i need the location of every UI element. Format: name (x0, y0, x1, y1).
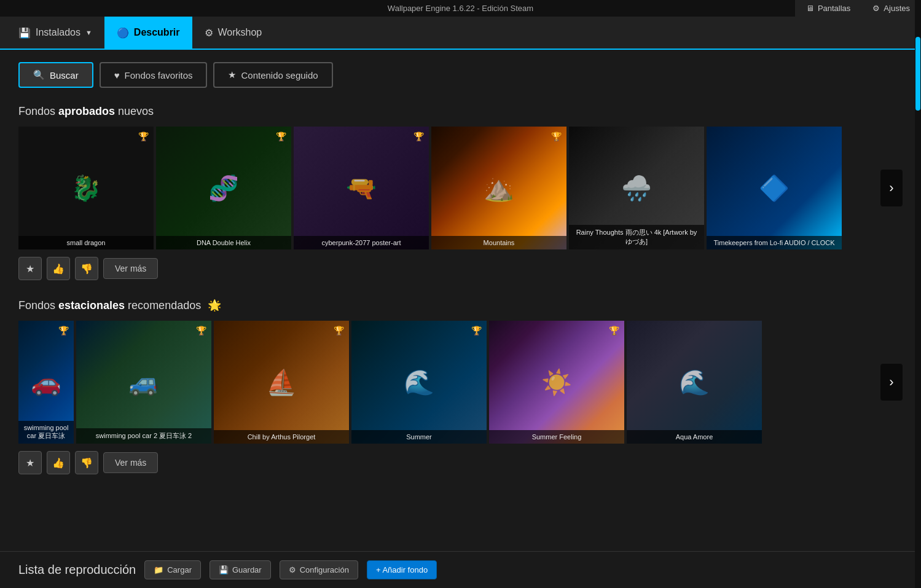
card-label: Mountains (431, 236, 566, 249)
discover-icon: 🔵 (117, 27, 129, 39)
config-icon: ⚙ (289, 565, 296, 574)
card-2[interactable]: 🔫🏆cyberpunk-2077 poster-art (294, 127, 429, 249)
workshop-icon: ⚙ (205, 27, 213, 39)
nav-bar: 💾 Instalados ▼ 🔵 Descubrir ⚙ Workshop (0, 17, 921, 50)
dropdown-icon: ▼ (85, 29, 92, 36)
section2-like-btn[interactable]: 👍 (47, 451, 70, 474)
card-label: Summer (351, 430, 487, 444)
trophy-icon: 🏆 (276, 131, 286, 141)
section1-next-arrow[interactable]: › (880, 170, 903, 206)
installed-icon: 💾 (18, 27, 31, 39)
card-label: small dragon (18, 236, 154, 249)
load-btn[interactable]: 📁 Cargar (144, 560, 201, 579)
title-bar-right: 🖥 Pantallas ⚙ Ajustes (795, 0, 921, 17)
heart-icon: ♥ (114, 70, 120, 80)
trophy-icon: 🏆 (413, 131, 424, 141)
section2-container: 🚗🏆swimming pool car 夏日车泳🚙🏆swimming pool … (18, 321, 903, 444)
gear-icon: ⚙ (872, 4, 880, 13)
card-2[interactable]: ⛵🏆Chill by Arthus Pilorget (214, 321, 349, 444)
bottom-bar: Lista de reproducción 📁 Cargar 💾 Guardar… (0, 551, 921, 588)
card-label: Aqua Amore (627, 430, 762, 444)
card-4[interactable]: ☀️🏆Summer Feeling (489, 321, 624, 444)
card-1[interactable]: 🚙🏆swimming pool car 2 夏日车泳 2 (76, 321, 211, 444)
search-icon: 🔍 (33, 69, 45, 80)
section1-ver-mas[interactable]: Ver más (103, 258, 158, 279)
card-5[interactable]: 🌊Aqua Amore (627, 321, 762, 444)
main-content: 🔍 Buscar ♥ Fondos favoritos ★ Contenido … (0, 50, 921, 505)
tab-followed[interactable]: ★ Contenido seguido (213, 62, 332, 88)
section2-actions: ★ 👍 👎 Ver más (18, 451, 903, 474)
screens-button[interactable]: 🖥 Pantallas (795, 0, 861, 17)
title-bar: Wallpaper Engine 1.6.22 - Edición Steam … (0, 0, 921, 17)
trophy-icon: 🏆 (471, 326, 482, 335)
card-label: DNA Double Helix (156, 236, 291, 249)
section1-container: 🐉🏆small dragon🧬🏆DNA Double Helix🔫🏆cyberp… (18, 127, 903, 249)
scrollbar-thumb[interactable] (915, 37, 920, 111)
nav-workshop[interactable]: ⚙ Workshop (192, 17, 275, 49)
section1-dislike-btn[interactable]: 👎 (75, 257, 98, 280)
card-3[interactable]: ⛰️🏆Mountains (431, 127, 566, 249)
trophy-icon: 🏆 (551, 131, 562, 141)
playlist-title: Lista de reproducción (18, 563, 136, 577)
card-label: Summer Feeling (489, 430, 624, 444)
card-label: Rainy Thoughts 雨の思い 4k [Artwork by ゆづあ] (569, 225, 704, 249)
card-label: Chill by Arthus Pilorget (214, 430, 349, 444)
section1-like-btn[interactable]: 👍 (47, 257, 70, 280)
card-0[interactable]: 🚗🏆swimming pool car 夏日车泳 (18, 321, 74, 444)
card-1[interactable]: 🧬🏆DNA Double Helix (156, 127, 291, 249)
load-icon: 📁 (154, 565, 163, 574)
star-icon: ★ (228, 69, 236, 80)
section2-cards: 🚗🏆swimming pool car 夏日车泳🚙🏆swimming pool … (18, 321, 903, 444)
card-label: swimming pool car 2 夏日车泳 2 (76, 428, 211, 444)
section1-actions: ★ 👍 👎 Ver más (18, 257, 903, 280)
section2-dislike-btn[interactable]: 👎 (75, 451, 98, 474)
card-5[interactable]: 🔷Timekeepers from Lo-fi AUDIO / CLOCK (707, 127, 842, 249)
trophy-icon: 🏆 (609, 326, 619, 335)
trophy-icon: 🏆 (334, 326, 344, 335)
section1-star-btn[interactable]: ★ (18, 257, 42, 280)
tab-row: 🔍 Buscar ♥ Fondos favoritos ★ Contenido … (18, 62, 903, 88)
card-label: swimming pool car 夏日车泳 (18, 421, 74, 444)
section2-ver-mas[interactable]: Ver más (103, 452, 158, 473)
screens-icon: 🖥 (806, 4, 814, 13)
seasonal-emoji: 🌟 (208, 299, 221, 312)
card-4[interactable]: 🌧️Rainy Thoughts 雨の思い 4k [Artwork by ゆづあ… (569, 127, 704, 249)
add-wallpaper-btn[interactable]: + Añadir fondo (367, 560, 437, 579)
section2-star-btn[interactable]: ★ (18, 451, 42, 474)
nav-installed[interactable]: 💾 Instalados ▼ (6, 17, 104, 49)
app-title: Wallpaper Engine 1.6.22 - Edición Steam (388, 4, 533, 13)
card-label: Timekeepers from Lo-fi AUDIO / CLOCK (707, 236, 842, 249)
config-btn[interactable]: ⚙ Configuración (280, 560, 358, 579)
trophy-icon: 🏆 (196, 326, 206, 335)
section1-cards: 🐉🏆small dragon🧬🏆DNA Double Helix🔫🏆cyberp… (18, 127, 903, 249)
nav-discover[interactable]: 🔵 Descubrir (104, 17, 192, 49)
save-btn[interactable]: 💾 Guardar (210, 560, 271, 579)
tab-search[interactable]: 🔍 Buscar (18, 62, 93, 88)
section2-next-arrow[interactable]: › (880, 364, 903, 401)
section1-title: Fondos aprobados nuevos (18, 105, 903, 118)
scrollbar[interactable] (915, 0, 921, 588)
tab-favorites[interactable]: ♥ Fondos favoritos (100, 62, 208, 88)
card-3[interactable]: 🌊🏆Summer (351, 321, 487, 444)
trophy-icon: 🏆 (58, 326, 69, 335)
trophy-icon: 🏆 (138, 131, 149, 141)
card-0[interactable]: 🐉🏆small dragon (18, 127, 154, 249)
card-label: cyberpunk-2077 poster-art (294, 236, 429, 249)
section2-title: Fondos estacionales recomendados 🌟 (18, 299, 903, 312)
settings-button[interactable]: ⚙ Ajustes (861, 0, 921, 17)
save-icon: 💾 (219, 565, 229, 574)
